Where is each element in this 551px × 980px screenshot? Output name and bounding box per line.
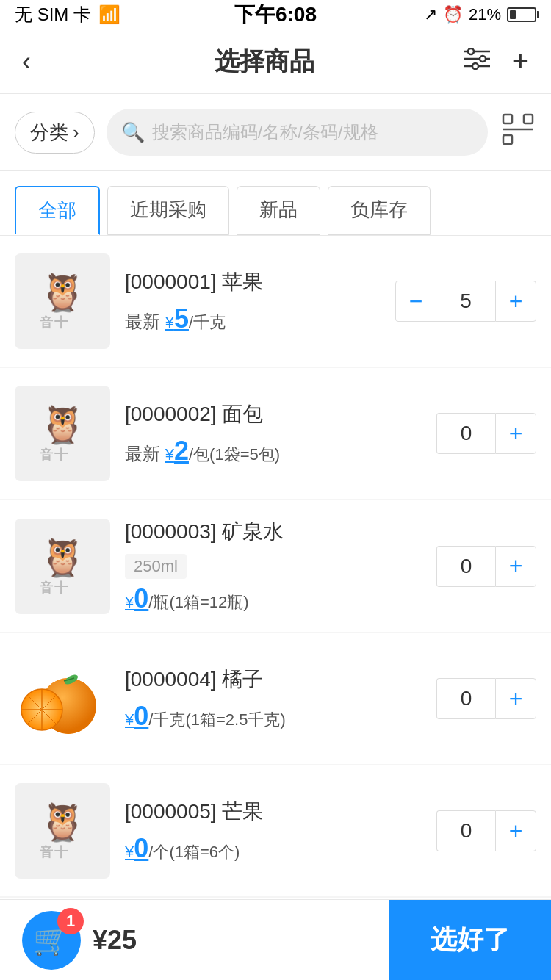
price-unit: /瓶(1箱=12瓶): [148, 593, 248, 611]
decrease-button[interactable]: −: [395, 281, 436, 322]
increase-button[interactable]: +: [495, 546, 536, 587]
search-icon: 🔍: [121, 121, 145, 144]
category-button[interactable]: 分类 ›: [15, 112, 95, 154]
currency-symbol: ¥: [165, 313, 174, 331]
svg-rect-8: [503, 135, 512, 144]
owl-icon: 🦉: [40, 536, 85, 579]
svg-point-3: [468, 48, 474, 54]
tab-bar: 全部 近期采购 新品 负库存: [0, 171, 551, 236]
product-info: [0000002] 面包 最新 ¥2/包(1袋=5包): [125, 400, 422, 466]
carrier-label: 无 SIM 卡: [15, 3, 91, 26]
filter-bar: 分类 › 🔍 搜索商品编码/名称/条码/规格: [0, 94, 551, 171]
price-value: 5: [174, 303, 189, 334]
filter-icon[interactable]: [464, 48, 490, 76]
quantity-input[interactable]: [436, 413, 495, 454]
nav-bar: ‹ 选择商品 +: [0, 29, 551, 94]
search-box[interactable]: 🔍 搜索商品编码/名称/条码/规格: [107, 109, 488, 156]
svg-rect-7: [524, 115, 533, 123]
category-label: 分类: [30, 120, 68, 145]
tab-negative-stock[interactable]: 负库存: [328, 186, 431, 235]
product-spec: 250ml: [125, 554, 187, 579]
tab-recent[interactable]: 近期采购: [107, 186, 229, 235]
battery-icon: [507, 7, 536, 22]
product-controls: − +: [395, 281, 536, 322]
location-icon: ↗: [424, 5, 437, 24]
alarm-icon: ⏰: [443, 5, 463, 24]
cart-badge: 1: [57, 908, 84, 934]
category-arrow: ›: [73, 121, 79, 144]
product-image: 🦉 音十: [15, 386, 110, 481]
status-bar: 无 SIM 卡 📶 下午6:08 ↗ ⏰ 21%: [0, 0, 551, 29]
price-value: 0: [134, 701, 148, 731]
product-price: 最新 ¥2/包(1袋=5包): [125, 436, 422, 466]
status-left: 无 SIM 卡 📶: [15, 3, 120, 26]
increase-button[interactable]: +: [495, 678, 536, 719]
product-image: 🦉 音十: [15, 253, 110, 349]
page-title: 选择商品: [215, 45, 314, 79]
currency-symbol: ¥: [125, 710, 134, 729]
product-item: 🦉 音十 [0000001] 苹果 最新 ¥5/千克 − +: [0, 236, 551, 367]
price-value: 0: [134, 583, 148, 613]
battery-percent: 21%: [469, 5, 501, 24]
price-unit: /千克: [189, 313, 226, 331]
owl-icon: 🦉: [40, 801, 85, 843]
quantity-input[interactable]: [436, 810, 495, 851]
product-item: 🦉 音十 [0000002] 面包 最新 ¥2/包(1袋=5包) +: [0, 368, 551, 499]
product-image: 🦉 音十: [15, 519, 110, 614]
search-placeholder: 搜索商品编码/名称/条码/规格: [152, 120, 378, 144]
product-info: [0000001] 苹果 最新 ¥5/千克: [125, 268, 381, 334]
nav-right-actions: +: [464, 45, 529, 78]
svg-point-4: [480, 56, 486, 62]
product-item: 🦉 音十 [0000003] 矿泉水 250ml ¥0/瓶(1箱=12瓶) +: [0, 500, 551, 632]
tab-all[interactable]: 全部: [15, 186, 100, 235]
product-controls: +: [436, 546, 536, 587]
product-info: [0000005] 芒果 ¥0/个(1箱=6个): [125, 798, 422, 864]
price-unit: /千克(1箱=2.5千克): [148, 710, 285, 729]
scan-icon[interactable]: [500, 113, 536, 151]
product-image: 🦉 音十: [15, 783, 110, 879]
product-name: [0000004] 橘子: [125, 666, 422, 693]
bottom-bar: 🛒 1 ¥25 选好了: [0, 899, 551, 980]
currency-symbol: ¥: [165, 445, 174, 464]
owl-icon: 🦉: [40, 271, 85, 314]
svg-point-5: [472, 63, 478, 69]
wifi-icon: 📶: [98, 4, 120, 25]
product-price: 最新 ¥5/千克: [125, 303, 381, 334]
product-name: [0000005] 芒果: [125, 798, 422, 826]
quantity-input[interactable]: [436, 281, 495, 322]
product-price: ¥0/个(1箱=6个): [125, 833, 422, 864]
product-controls: +: [436, 413, 536, 454]
svg-rect-6: [503, 115, 512, 123]
product-controls: +: [436, 678, 536, 719]
product-controls: +: [436, 810, 536, 851]
quantity-input[interactable]: [436, 678, 495, 719]
add-button[interactable]: +: [512, 45, 529, 78]
product-info: [0000004] 橘子 ¥0/千克(1箱=2.5千克): [125, 666, 422, 732]
product-price: ¥0/千克(1箱=2.5千克): [125, 701, 422, 732]
confirm-button[interactable]: 选好了: [389, 900, 551, 981]
owl-icon: 🦉: [40, 403, 85, 446]
quantity-input[interactable]: [436, 546, 495, 587]
product-list: 🦉 音十 [0000001] 苹果 最新 ¥5/千克 − + 🦉 音十 [000…: [0, 236, 551, 980]
tab-new[interactable]: 新品: [237, 186, 320, 235]
increase-button[interactable]: +: [495, 413, 536, 454]
currency-symbol: ¥: [125, 843, 134, 861]
status-right: ↗ ⏰ 21%: [424, 5, 536, 24]
product-name: [0000001] 苹果: [125, 268, 381, 296]
cart-section: 🛒 1 ¥25: [0, 911, 389, 970]
increase-button[interactable]: +: [495, 281, 536, 322]
product-item: [0000004] 橘子 ¥0/千克(1箱=2.5千克) +: [0, 633, 551, 764]
currency-symbol: ¥: [125, 593, 134, 611]
back-button[interactable]: ‹: [22, 46, 66, 77]
status-time: 下午6:08: [234, 1, 317, 29]
product-name: [0000002] 面包: [125, 400, 422, 428]
cart-icon-wrapper[interactable]: 🛒 1: [22, 911, 81, 970]
cart-total: ¥25: [93, 925, 137, 956]
increase-button[interactable]: +: [495, 810, 536, 851]
orange-svg: [18, 655, 107, 743]
product-image: [15, 651, 110, 746]
price-value: 0: [134, 833, 148, 863]
product-item: 🦉 音十 [0000005] 芒果 ¥0/个(1箱=6个) +: [0, 765, 551, 896]
price-value: 2: [174, 436, 189, 466]
price-label: 最新: [125, 444, 160, 464]
